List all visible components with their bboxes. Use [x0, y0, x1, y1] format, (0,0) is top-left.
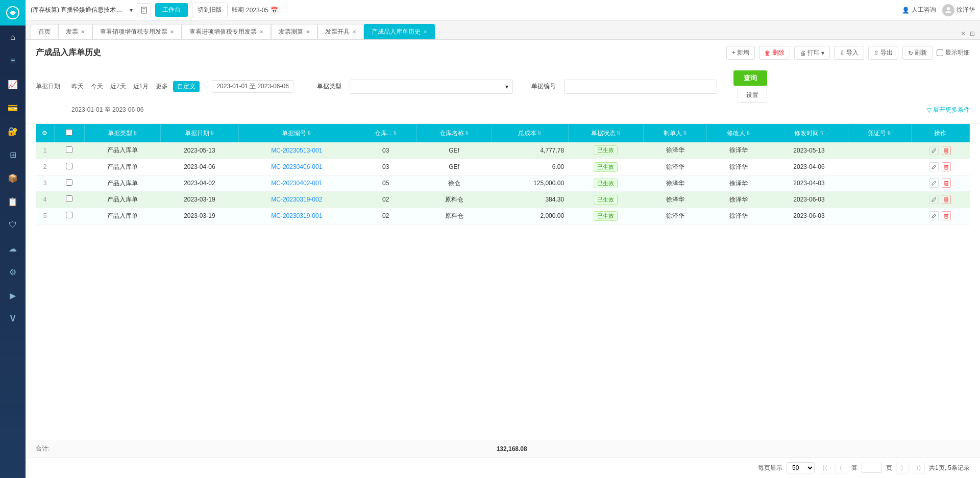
col-warehouse-name[interactable]: 仓库名称⇅ [416, 124, 492, 142]
row-checkbox-cell[interactable] [54, 175, 84, 191]
type-select[interactable]: ▾ [350, 80, 513, 94]
row-doc-num[interactable]: MC-20230513-001 [238, 142, 355, 159]
more-btn[interactable]: 更多 [154, 81, 170, 92]
workbench-button[interactable]: 工作台 [155, 3, 188, 17]
tab-product-history-close[interactable]: ✕ [423, 29, 427, 35]
month-btn[interactable]: 近1月 [131, 81, 151, 92]
row-doc-num[interactable]: MC-20230402-001 [238, 175, 355, 191]
sidebar-item-cloud[interactable]: ☁ [0, 237, 26, 260]
tab-input-vat-close[interactable]: ✕ [259, 29, 263, 35]
tab-output-vat[interactable]: 查看销项增值税专用发票 ✕ [92, 24, 182, 39]
tab-calc[interactable]: 发票测算 ✕ [271, 24, 317, 39]
settings-button[interactable]: 设置 [738, 88, 767, 103]
last-page-btn[interactable]: ⟩⟩ [913, 462, 925, 474]
sidebar-item-grid[interactable]: ⊞ [0, 143, 26, 166]
tab-product-history[interactable]: 产成品入库单历史 ✕ [364, 24, 435, 39]
row-checkbox[interactable] [66, 163, 72, 169]
sidebar-item-play[interactable]: ▶ [0, 284, 26, 307]
row-checkbox-cell[interactable] [54, 191, 84, 208]
col-status[interactable]: 单据状态⇅ [568, 124, 644, 142]
edit-icon-button[interactable] [929, 211, 939, 220]
row-doc-num[interactable]: MC-20230406-001 [238, 159, 355, 175]
date-range-display[interactable]: 2023-01-01 至 2023-06-06 [212, 80, 293, 93]
sidebar-item-report[interactable]: 📋 [0, 190, 26, 213]
row-checkbox-cell[interactable] [54, 142, 84, 159]
col-modifier[interactable]: 修改人⇅ [707, 124, 770, 142]
col-warehouse-code[interactable]: 仓库...⇅ [355, 124, 416, 142]
first-page-btn[interactable]: ⟨⟨ [819, 462, 831, 474]
edit-icon-button[interactable] [929, 162, 939, 171]
col-doc-num[interactable]: 单据编号⇅ [238, 124, 355, 142]
print-button[interactable]: 🖨 打印 ▾ [794, 46, 830, 60]
col-voucher[interactable]: 凭证号⇅ [848, 124, 911, 142]
app-logo[interactable] [0, 0, 26, 26]
next-page-btn[interactable]: ⟩ [896, 462, 909, 474]
edit-icon-button[interactable] [929, 179, 939, 188]
col-settings[interactable]: ⚙ [36, 124, 54, 142]
sidebar-item-v[interactable]: V [0, 307, 26, 331]
user-profile[interactable]: 徐泽华 [942, 4, 975, 16]
sidebar-item-wallet[interactable]: 💳 [0, 96, 26, 119]
sidebar-item-box[interactable]: 📦 [0, 166, 26, 190]
sidebar-item-home[interactable]: ⌂ [0, 26, 26, 49]
select-all-checkbox[interactable] [66, 129, 72, 136]
page-number-input[interactable]: 1 [862, 463, 882, 473]
sidebar-item-document[interactable]: ≡ [0, 49, 26, 72]
custom-btn[interactable]: 自定义 [173, 81, 200, 92]
new-button[interactable]: + 新增 [726, 46, 755, 60]
row-checkbox[interactable] [66, 195, 72, 202]
delete-icon-button[interactable] [942, 146, 951, 155]
prev-page-btn[interactable]: ⟨ [835, 462, 847, 474]
delete-icon-button[interactable] [942, 162, 951, 171]
col-total-cost[interactable]: 总成本⇅ [492, 124, 568, 142]
tab-calc-close[interactable]: ✕ [306, 29, 310, 35]
doc-num-input[interactable] [564, 80, 717, 94]
switch-version-button[interactable]: 切到旧版 [192, 3, 228, 17]
tab-output-vat-close[interactable]: ✕ [170, 29, 174, 35]
tab-maximize-icon[interactable]: ⊡ [970, 30, 975, 37]
today-btn[interactable]: 今天 [89, 81, 105, 92]
tab-home[interactable]: 首页 [31, 24, 58, 39]
row-doc-num[interactable]: MC-20230319-001 [238, 208, 355, 224]
delete-button[interactable]: 🗑 删除 [759, 46, 790, 60]
col-checkbox[interactable] [54, 124, 84, 142]
sidebar-item-gear[interactable]: ⚙ [0, 260, 26, 284]
expand-more-btn[interactable]: ▽ 展开更多条件 [927, 106, 970, 114]
delete-icon-button[interactable] [942, 211, 951, 220]
tab-issue[interactable]: 发票开具 ✕ [317, 24, 364, 39]
export-button[interactable]: ⇧ 导出 [868, 46, 898, 60]
import-button[interactable]: ⇩ 导入 [834, 46, 864, 60]
delete-icon-button[interactable] [942, 195, 951, 204]
company-selector[interactable]: (库存核算) 直播轻娱通信息技术股份... ▾ [31, 6, 133, 14]
tab-invoice-close[interactable]: ✕ [81, 29, 85, 35]
col-modify-time[interactable]: 修改时间⇅ [770, 124, 848, 142]
user-service-button[interactable]: 👤 人工咨询 [902, 6, 936, 14]
edit-icon-button[interactable] [929, 146, 939, 155]
sidebar-item-lock[interactable]: 🔐 [0, 119, 26, 143]
edit-icon-button[interactable] [929, 195, 939, 204]
yesterday-btn[interactable]: 昨天 [69, 81, 86, 92]
refresh-button[interactable]: ↻ 刷新 [902, 46, 933, 60]
row-checkbox[interactable] [66, 212, 72, 218]
tab-invoice[interactable]: 发票 ✕ [58, 24, 92, 39]
row-checkbox[interactable] [66, 146, 72, 153]
tab-issue-close[interactable]: ✕ [352, 29, 356, 35]
row-checkbox-cell[interactable] [54, 208, 84, 224]
delete-icon-button[interactable] [942, 179, 951, 188]
week-btn[interactable]: 近7天 [108, 81, 128, 92]
tab-input-vat[interactable]: 查看进项增值税专用发票 ✕ [182, 24, 271, 39]
query-button[interactable]: 查询 [733, 70, 767, 86]
row-checkbox-cell[interactable] [54, 159, 84, 175]
col-type[interactable]: 单据类型⇅ [84, 124, 161, 142]
calendar-icon[interactable]: 📅 [271, 7, 278, 14]
sidebar-item-shield[interactable]: 🛡 [0, 213, 26, 237]
sidebar-item-chart[interactable]: 📈 [0, 72, 26, 96]
tab-minimize-icon[interactable]: ✕ [961, 30, 966, 37]
row-doc-num[interactable]: MC-20230319-002 [238, 191, 355, 208]
col-date[interactable]: 单据日期⇅ [161, 124, 238, 142]
col-creator[interactable]: 制单人⇅ [644, 124, 707, 142]
page-size-select[interactable]: 50 100 200 [787, 462, 815, 473]
row-checkbox[interactable] [66, 179, 72, 186]
doc-icon-button[interactable] [137, 3, 151, 17]
show-detail-checkbox[interactable] [937, 49, 943, 56]
